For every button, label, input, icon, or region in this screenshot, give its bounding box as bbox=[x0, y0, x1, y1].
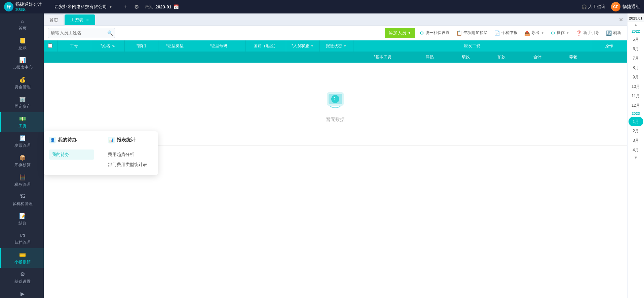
col-empno-header: 工号 bbox=[57, 40, 91, 52]
search-input[interactable] bbox=[51, 30, 107, 35]
month-nav-up[interactable]: ▲ bbox=[631, 22, 641, 28]
company-selector[interactable]: 西安虾米网络科技有限公司 ▼ bbox=[52, 2, 115, 11]
search-box: 🔍 bbox=[48, 28, 115, 38]
period-label: 账期 bbox=[145, 4, 153, 10]
tab-bar: 首页 工资表 ✕ ✕ bbox=[44, 13, 627, 26]
social-icon: ⚙ bbox=[420, 30, 424, 36]
month-nav-down[interactable]: ▼ bbox=[631, 155, 641, 161]
add-person-button[interactable]: 添加人员 ▼ bbox=[385, 28, 415, 38]
sidebar-item-settings[interactable]: ⚙ 基础设置 bbox=[0, 268, 44, 287]
assets-icon: 🏢 bbox=[19, 96, 26, 102]
month-item-6[interactable]: 6月 bbox=[629, 44, 643, 54]
popup-section2-label: 报表统计 bbox=[117, 137, 136, 143]
sidebar-item-guide[interactable]: ▶ 新手引导 bbox=[0, 287, 44, 298]
month-item-11[interactable]: 11月 bbox=[629, 91, 643, 101]
settle-icon: 📝 bbox=[19, 213, 26, 219]
special-label: 专项附加扣除 bbox=[463, 30, 488, 36]
special-icon: 📋 bbox=[456, 30, 462, 36]
col-send-header[interactable]: 报送状态 ▼ bbox=[319, 40, 353, 52]
col-checkbox-header[interactable] bbox=[44, 40, 57, 52]
popup-item-mytodo[interactable]: 我的待办 bbox=[49, 150, 94, 160]
sidebar-item-tax[interactable]: 🧮 税务管理 bbox=[0, 171, 44, 190]
operate-action[interactable]: ⚙ 操作 ▼ bbox=[549, 29, 571, 37]
sidebar-label-expense: 小畅报销 bbox=[14, 259, 31, 265]
add-person-label: 添加人员 bbox=[389, 30, 406, 36]
sidebar-item-settle[interactable]: 📝 结账 bbox=[0, 209, 44, 229]
sidebar: ⌂ 首页 📒 总账 📊 云报表中心 💰 资金管理 🏢 固定资产 💵 工资 🧾 发… bbox=[0, 13, 44, 298]
sidebar-item-multiorg[interactable]: 🏗 多机构管理 bbox=[0, 190, 44, 209]
sidebar-item-expense[interactable]: 💳 小畅报销 bbox=[0, 248, 44, 268]
month-item-7[interactable]: 7月 bbox=[629, 54, 643, 63]
month-item-5[interactable]: 5月 bbox=[629, 35, 643, 44]
sidebar-label-assets: 固定资产 bbox=[14, 104, 31, 109]
sidebar-label-funds: 资金管理 bbox=[14, 84, 31, 90]
tab-salary[interactable]: 工资表 ✕ bbox=[65, 14, 95, 25]
month-sidebar: 2023.01 ▲ 2022 5月 6月 7月 8月 9月 10月 11月 12… bbox=[627, 13, 644, 298]
support-button[interactable]: 🎧 人工咨询 bbox=[581, 4, 606, 10]
tab-salary-close-icon[interactable]: ✕ bbox=[85, 18, 89, 23]
empty-illustration: ? bbox=[322, 86, 349, 112]
toolbar-right: 添加人员 ▼ ⚙ 统一社保设置 📋 专项附加扣除 📄 个税申报 📤 bbox=[385, 28, 623, 38]
logo-area: 好 畅捷通好会计 旗舰版 bbox=[4, 2, 48, 12]
popup-section1-icon: 👤 bbox=[49, 137, 56, 143]
month-item-10[interactable]: 10月 bbox=[629, 82, 643, 91]
top-right: 🎧 人工咨询 CE 畅捷通组 bbox=[581, 2, 640, 11]
multiorg-icon: 🏗 bbox=[20, 194, 25, 200]
popup-item-dept-expense[interactable]: 部门费用类型统计表 bbox=[108, 160, 153, 170]
refresh-label: 刷新 bbox=[613, 30, 621, 36]
add-button[interactable]: ＋ bbox=[122, 3, 130, 11]
popup-item-expense-trend[interactable]: 费用趋势分析 bbox=[108, 150, 153, 160]
tax-icon: 🧮 bbox=[19, 174, 26, 180]
guide-toolbar-label: 新手引导 bbox=[583, 30, 599, 36]
month-item-8[interactable]: 8月 bbox=[629, 63, 643, 72]
sidebar-item-reports[interactable]: 📊 云报表中心 bbox=[0, 54, 44, 73]
name-sort-icon[interactable]: ⇅ bbox=[112, 44, 115, 48]
period-value: 2023-01 bbox=[155, 4, 172, 9]
col-status-header[interactable]: *人员状态 ▼ bbox=[286, 40, 319, 52]
social-settings-action[interactable]: ⚙ 统一社保设置 bbox=[418, 29, 452, 37]
sidebar-item-funds[interactable]: 💰 资金管理 bbox=[0, 73, 44, 93]
sidebar-item-salary[interactable]: 💵 工资 bbox=[0, 112, 44, 132]
month-item-2-2023[interactable]: 2月 bbox=[629, 126, 643, 136]
settings-icon[interactable]: ⚙ bbox=[132, 3, 141, 11]
sidebar-label-home: 首页 bbox=[18, 26, 27, 31]
operate-label: 操作 bbox=[557, 30, 565, 36]
user-area[interactable]: CE 畅捷通组 bbox=[611, 2, 640, 11]
popup-divider bbox=[101, 137, 101, 170]
col-region-header: 国籍（地区） bbox=[245, 40, 286, 52]
sidebar-item-assets[interactable]: 🏢 固定资产 bbox=[0, 93, 44, 112]
user-name: 畅捷通组 bbox=[622, 4, 640, 10]
export-action[interactable]: 📤 导出 ▼ bbox=[522, 29, 546, 37]
month-item-1-2023[interactable]: 1月 bbox=[629, 117, 643, 126]
sidebar-item-home[interactable]: ⌂ 首页 bbox=[0, 15, 44, 34]
guide-icon: ▶ bbox=[21, 291, 25, 297]
empty-text: 暂无数据 bbox=[326, 117, 345, 123]
sidebar-item-inventory[interactable]: 📦 库存核算 bbox=[0, 151, 44, 171]
sidebar-item-ledger[interactable]: 📒 总账 bbox=[0, 34, 44, 54]
calendar-icon[interactable]: 📅 bbox=[174, 4, 179, 9]
status-filter-icon[interactable]: ▼ bbox=[310, 44, 314, 48]
guide-action[interactable]: ❓ 新手引导 bbox=[574, 29, 601, 37]
sub-ops-header bbox=[591, 52, 627, 63]
reports-icon: 📊 bbox=[19, 57, 26, 63]
tax-declare-icon: 📄 bbox=[494, 30, 500, 36]
month-item-12[interactable]: 12月 bbox=[629, 101, 643, 110]
month-item-3-2023[interactable]: 3月 bbox=[629, 136, 643, 145]
sidebar-label-tax: 税务管理 bbox=[14, 182, 31, 188]
tab-close-all-icon[interactable]: ✕ bbox=[615, 13, 627, 26]
select-all-checkbox[interactable] bbox=[48, 43, 52, 48]
sidebar-label-settings: 基础设置 bbox=[14, 279, 31, 285]
month-item-4-2023[interactable]: 4月 bbox=[629, 145, 643, 155]
special-deduct-action[interactable]: 📋 专项附加扣除 bbox=[454, 29, 490, 37]
popup-section1-label: 我的待办 bbox=[58, 137, 77, 143]
sidebar-item-archive[interactable]: 🗂 归档管理 bbox=[0, 229, 44, 248]
sidebar-item-invoice[interactable]: 🧾 发票管理 bbox=[0, 132, 44, 151]
col-ops-header: 操作 bbox=[591, 40, 627, 52]
send-filter-icon[interactable]: ▼ bbox=[343, 44, 347, 48]
col-name-header[interactable]: *姓名 ⇅ bbox=[91, 40, 124, 52]
export-icon: 📤 bbox=[524, 30, 530, 36]
refresh-action[interactable]: 🔄 刷新 bbox=[604, 29, 623, 37]
tab-home[interactable]: 首页 bbox=[44, 14, 64, 25]
month-item-9[interactable]: 9月 bbox=[629, 72, 643, 82]
tax-declare-action[interactable]: 📄 个税申报 bbox=[492, 29, 520, 37]
